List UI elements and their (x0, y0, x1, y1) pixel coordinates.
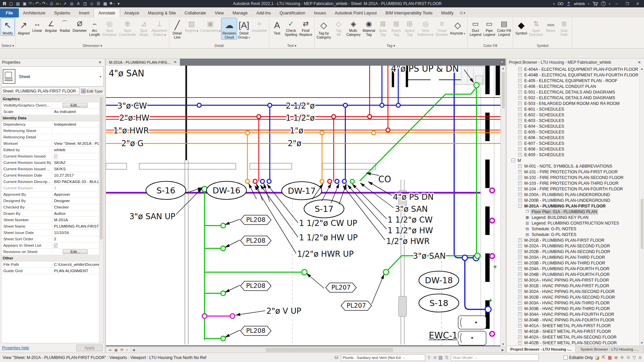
pipe-label[interactable]: 2"ø (288, 139, 302, 148)
tree-item-e-405-electrical-equipment-p[interactable]: +E-405 - ELECTRICAL EQUIPMENT PLAN - ROO… (507, 78, 639, 83)
expand-icon[interactable]: + (518, 176, 522, 179)
expand-icon[interactable]: + (518, 119, 522, 122)
expand-icon[interactable]: + (518, 267, 522, 270)
print-icon[interactable]: ⎙ (48, 0, 55, 7)
tree-item-e-601-schedules[interactable]: +E-601 - SCHEDULES (507, 106, 639, 112)
property-edit-button[interactable]: Edit... (63, 249, 88, 254)
property-edit-button[interactable]: Edit... (63, 103, 88, 108)
expand-icon[interactable]: + (518, 318, 522, 322)
tree-item-e-406-electrical-conduit-pla[interactable]: +E-406 - ELECTRICAL CONDUIT PLAN (507, 83, 639, 89)
expand-icon[interactable]: + (518, 255, 522, 259)
properties-scrollbar[interactable] (99, 96, 103, 343)
expand-icon[interactable]: + (518, 329, 522, 333)
ribbon-button-alignment-station[interactable]: ⊥AlignmentStation ▾ (150, 18, 168, 37)
thin-lines-icon[interactable]: ☰ (95, 0, 102, 7)
hex-tag-pl208[interactable]: PL208 (240, 281, 271, 291)
oval-tag-dw-17[interactable]: DW-17 (282, 182, 322, 200)
properties-help-link[interactable]: Properties help (2, 346, 29, 350)
tree-item-e-608-schedules[interactable]: +E-608 - SCHEDULES (507, 146, 639, 152)
ribbon-button-tread-number[interactable]: ≡TreadNumber (435, 18, 449, 37)
tree-item-e-604-schedules[interactable]: +E-604 - SCHEDULES (507, 123, 639, 129)
pipe-label[interactable]: 1/2"ø HWR UP (297, 249, 354, 259)
customize-icon[interactable]: ▾ (115, 0, 122, 7)
ribbon-button-space-tag[interactable]: ⊞SpaceTag (403, 18, 416, 37)
measure-icon[interactable]: ⚌ ▾ (55, 0, 61, 7)
close-button[interactable]: ✕ (634, 2, 641, 6)
expand-icon[interactable]: + (518, 261, 522, 265)
expand-icon[interactable]: + (518, 278, 522, 282)
ribbon-button-symbol[interactable]: ◆Symbol (514, 18, 528, 36)
ribbon-button-check-spelling[interactable]: ✓CheckSpelling (284, 18, 298, 37)
ribbon-button-radial[interactable]: ⌒Radial (58, 18, 71, 33)
selection-filter-icon[interactable]: ▽ (633, 354, 636, 361)
browser-scroll-thumb[interactable] (641, 199, 643, 249)
tree-item-m-402a-sheet-metal-plan-seco[interactable]: +M-402A - SHEET METAL PLAN-SECOND FLOOR (507, 334, 639, 340)
help-icon[interactable]: ? (601, 1, 606, 6)
expand-icon[interactable]: + (518, 324, 522, 327)
ribbon-button-view-reference[interactable]: ◎ViewReference (416, 18, 434, 37)
expand-icon[interactable]: + (518, 113, 522, 117)
expand-icon[interactable]: + (518, 79, 522, 82)
ribbon-button-aligned[interactable]: ↗Aligned (17, 18, 31, 36)
collapse-icon[interactable]: ◂ (553, 2, 554, 5)
revit-logo-icon[interactable]: R (1, 0, 8, 7)
ribbon-button-color-fill-legend[interactable]: ▤Color FillLegend (496, 18, 512, 37)
worksets-icon[interactable]: ⛁ (335, 354, 338, 361)
pipe-label[interactable]: 1"ø HWR (113, 126, 149, 135)
pipe-label[interactable]: 1 1/2"ø HW (388, 226, 433, 235)
panel-label-select[interactable]: Select ▾ (0, 43, 15, 48)
tree-item-e-501-electrical-details-and[interactable]: +E-501 - ELECTRICAL DETAILS AND DIAGRAMS (507, 89, 639, 95)
collapse-icon[interactable]: − (518, 204, 522, 208)
oval-tag-dw-16[interactable]: DW-16 (207, 181, 247, 199)
horizontal-scrollbar[interactable]: ◀ ▶ (130, 347, 505, 353)
tree-item-m-101-fire-protection-plan-f[interactable]: +M-101 - FIRE PROTECTION PLAN-FIRST FLOO… (507, 169, 639, 175)
expand-icon[interactable]: + (518, 284, 522, 288)
help-dropdown-icon[interactable]: ▾ (609, 2, 610, 5)
design-options-icon[interactable]: ▤ (438, 354, 442, 361)
tree-item-m-304a-hvac-piping-plan-four[interactable]: +M-304A - HVAC PIPING PLAN-FOURTH FLOOR (507, 311, 639, 317)
tree-item-m-001-note-symbols-abbre[interactable]: +M-001 - NOTE, SYMBOLS, & ABBREVIATIONS (507, 163, 639, 169)
modify-arrow-icon[interactable]: ↗ (62, 0, 68, 7)
expand-icon[interactable]: + (518, 273, 522, 276)
pipe-label[interactable]: 3"ø CW (117, 101, 147, 111)
expand-icon[interactable]: + (518, 187, 522, 191)
expand-icon[interactable]: + (518, 341, 522, 345)
tree-item-e-503-enlarged-dorm-room-and[interactable]: +E-503 - ENLARGED DORM ROOM AND RA ROOM (507, 101, 639, 106)
tree-item-m-302b-hvac-piping-plan-seco[interactable]: +M-302B - HVAC PIPING PLAN-SECOND FLOOR (507, 294, 639, 300)
ribbon-button-find-replace[interactable]: ⇄Find/Replace (298, 18, 313, 37)
ribbon-button-duct-legend[interactable]: ▭DuctLegend (469, 18, 482, 37)
expand-icon[interactable]: + (518, 124, 522, 128)
tab-issues[interactable]: Issues (310, 8, 330, 17)
properties-close-icon[interactable]: ✕ (97, 60, 103, 65)
pipe-label[interactable]: 1/2"ø HWR (386, 237, 430, 246)
ribbon-button-angular[interactable]: ∠Angular (44, 18, 58, 33)
tree-item-m-102-fire-protection-plan-s[interactable]: +M-102 - FIRE PROTECTION PLAN-SECOND FLO… (507, 175, 639, 180)
ribbon-button-material-tag[interactable]: ◉MaterialTag (362, 18, 376, 37)
tab-annotate[interactable]: Annotate (94, 8, 120, 17)
pipe-label[interactable]: 1 1/2"ø CW (388, 215, 433, 225)
active-design-option-select[interactable]: Main Model⌄ (451, 354, 539, 361)
text-icon[interactable]: A (75, 0, 82, 7)
pipe-label[interactable]: 3"ø SAN UP (129, 212, 175, 221)
expand-icon[interactable]: + (518, 312, 522, 316)
scroll-left-icon[interactable]: ◀ (131, 347, 136, 353)
drag-elements-icon[interactable]: ✥ (620, 354, 624, 361)
edit-in-place-icon[interactable]: ⇱ (602, 354, 605, 361)
expand-icon[interactable]: + (518, 107, 522, 111)
pipe-label[interactable]: 2"ø HW (119, 113, 150, 123)
panel-label-color-fill[interactable]: Color Fill (468, 43, 513, 48)
tree-item-e-602-schedules[interactable]: +E-602 - SCHEDULES (507, 112, 639, 118)
ribbon-button-tag-by-category[interactable]: ◇Tag byCategory (316, 18, 332, 39)
ribbon-button-diameter[interactable]: ØDiameter (71, 18, 88, 33)
ribbon-button-component[interactable]: ▣Component ▾ (199, 18, 222, 33)
browser-scroll-down-icon[interactable]: ▼ (640, 340, 643, 346)
ribbon-button-arc-length[interactable]: ⌢ArcLength (88, 18, 101, 37)
ribbon-button-spot-coordinate[interactable]: ⊕SpotCoordinate (118, 18, 137, 37)
tree-item-m-302a-hvac-piping-plan-seco[interactable]: +M-302A - HVAC PIPING PLAN-SECOND FLOOR (507, 289, 639, 294)
project-browser-close-icon[interactable]: ✕ (637, 60, 642, 65)
oval-tag-s-18[interactable]: S-18 (419, 294, 459, 312)
temporary-view-properties-icon[interactable]: ◉ (114, 348, 118, 353)
ribbon-button-room-tag[interactable]: ⊠RoomTag (389, 18, 403, 37)
tree-item-schedule-g-pl-notes[interactable]: ▤Schedule: G-PL-NOTES (507, 232, 639, 237)
tree-item-m-204b-plumbing-plan-fourth[interactable]: +M-204B - PLUMBING PLAN-FOURTH FLOOR (507, 272, 639, 277)
